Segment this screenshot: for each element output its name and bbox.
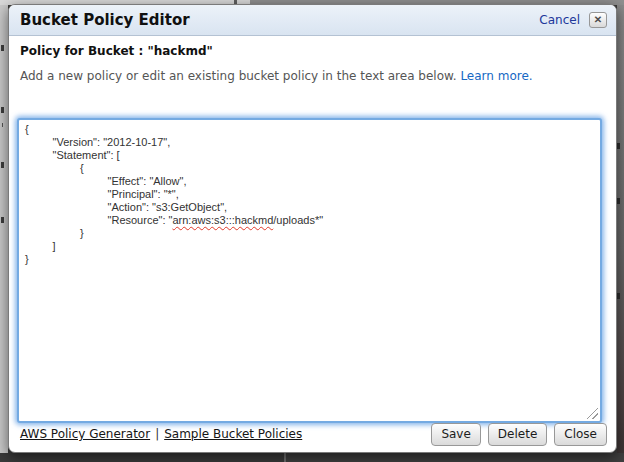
bucket-policy-heading: Policy for Bucket : "hackmd" (20, 44, 605, 58)
policy-line-resource: "Resource": "arn:aws:s3:::hackmd/uploads… (25, 214, 594, 227)
aws-policy-generator-link[interactable]: AWS Policy Generator (20, 427, 150, 441)
dialog-title: Bucket Policy Editor (20, 11, 190, 29)
policy-line: } (25, 253, 594, 266)
policy-line: "Principal": "*", (25, 188, 594, 201)
policy-line: "Statement": [ (25, 149, 594, 162)
cancel-link[interactable]: Cancel (539, 13, 580, 27)
description-text: Add a new policy or edit an existing buc… (20, 69, 457, 83)
sample-bucket-policies-link[interactable]: Sample Bucket Policies (164, 427, 302, 441)
page-behind-right (617, 5, 624, 454)
resize-handle-icon[interactable] (587, 408, 598, 419)
delete-button[interactable]: Delete (488, 423, 547, 446)
policy-line: { (25, 162, 594, 175)
page-behind-bottom (0, 453, 624, 462)
background-text-fragment (617, 143, 620, 149)
policy-line: ] (25, 240, 594, 253)
link-separator: | (155, 427, 159, 441)
bucket-policy-editor-dialog: Bucket Policy Editor Cancel ✕ Policy for… (8, 4, 617, 453)
dialog-titlebar: Bucket Policy Editor Cancel ✕ (9, 5, 616, 36)
dialog-description: Add a new policy or edit an existing buc… (20, 69, 605, 83)
learn-more-link[interactable]: Learn more. (460, 69, 532, 83)
resource-suffix: /uploads*" (273, 214, 323, 226)
close-icon[interactable]: ✕ (589, 12, 607, 28)
save-button[interactable]: Save (431, 423, 480, 446)
page-behind-left (0, 5, 8, 454)
policy-line: "Version": "2012-10-17", (25, 136, 594, 149)
policy-line: "Effect": "Allow", (25, 175, 594, 188)
background-text-fragment (1, 45, 4, 51)
policy-line: { (25, 123, 594, 136)
dialog-body: Policy for Bucket : "hackmd" Add a new p… (9, 36, 616, 83)
resource-prefix: "Resource": " (25, 214, 172, 226)
close-button[interactable]: Close (554, 423, 607, 446)
policy-line: "Action": "s3:GetObject", (25, 201, 594, 214)
dialog-footer: AWS Policy Generator | Sample Bucket Pol… (20, 422, 607, 446)
policy-line: } (25, 227, 594, 240)
policy-textarea[interactable]: { "Version": "2012-10-17", "Statement": … (17, 118, 602, 423)
resource-arn-misspelled: arn:aws:s3:::hackmd (172, 214, 273, 226)
